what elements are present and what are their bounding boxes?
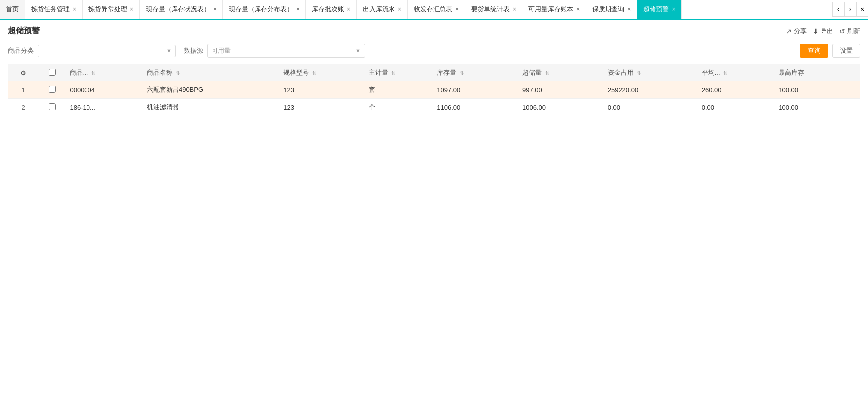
- sort-icon: ⇅: [460, 70, 464, 76]
- nav-task-mgmt[interactable]: 拣货任务管理 ×: [25, 0, 83, 19]
- table-row: 2 186-10... 机油滤清器 123 个 1106.00 1006.00 …: [8, 99, 860, 116]
- export-action[interactable]: ⬇ 导出: [813, 27, 833, 36]
- overstock-table: ⚙ 商品... ⇅ 商品名称 ⇅ 规格型号 ⇅ 主计量: [8, 64, 860, 116]
- close-icon[interactable]: ×: [398, 6, 401, 13]
- product-category-label: 商品分类: [8, 46, 34, 55]
- nav-summary[interactable]: 收发存汇总表 ×: [408, 0, 465, 19]
- nav-stock-dist[interactable]: 现存量（库存分布表） ×: [223, 0, 306, 19]
- th-settings[interactable]: ⚙: [8, 64, 39, 81]
- share-action[interactable]: ↗ 分享: [786, 27, 807, 36]
- close-icon[interactable]: ×: [672, 6, 675, 13]
- datasource-label: 数据源: [184, 46, 203, 55]
- settings-button[interactable]: 设置: [832, 44, 860, 58]
- table-header-row: ⚙ 商品... ⇅ 商品名称 ⇅ 规格型号 ⇅ 主计量: [8, 64, 860, 81]
- th-product-name[interactable]: 商品名称 ⇅: [143, 64, 279, 81]
- datasource-select[interactable]: 可用量 ▼: [207, 44, 365, 58]
- nav-quality[interactable]: 保质期查询 ×: [586, 0, 637, 19]
- chevron-down-icon: ▼: [166, 48, 172, 54]
- spec: 123: [279, 81, 365, 99]
- close-icon[interactable]: ×: [347, 6, 350, 13]
- row-checkbox-cell: [39, 81, 66, 99]
- nav-inout-flow[interactable]: 出入库流水 ×: [357, 0, 408, 19]
- nav-requisition[interactable]: 要货单统计表 ×: [465, 0, 522, 19]
- refresh-action[interactable]: ↺ 刷新: [839, 27, 860, 36]
- nav-arrows: ‹ › ×: [832, 2, 868, 17]
- close-icon[interactable]: ×: [576, 6, 580, 13]
- product-name: 六配套新昌490BPG: [143, 81, 279, 99]
- sort-icon: ⇅: [91, 70, 95, 76]
- max-stock: 100.00: [775, 99, 860, 116]
- sort-icon: ⇅: [723, 70, 727, 76]
- product-category-filter: 商品分类 ▼: [8, 45, 176, 57]
- max-stock: 100.00: [775, 81, 860, 99]
- th-capital[interactable]: 资金占用 ⇅: [604, 64, 698, 81]
- nav-prev-button[interactable]: ‹: [832, 2, 844, 17]
- header-actions: ↗ 分享 ⬇ 导出 ↺ 刷新: [786, 27, 860, 36]
- th-spec[interactable]: 规格型号 ⇅: [279, 64, 365, 81]
- datasource-filter: 数据源 可用量 ▼: [184, 44, 365, 58]
- unit: 套: [365, 81, 433, 99]
- th-product-code[interactable]: 商品... ⇅: [66, 64, 142, 81]
- close-icon[interactable]: ×: [130, 6, 133, 13]
- select-all-checkbox[interactable]: [49, 69, 56, 76]
- share-icon: ↗: [786, 27, 792, 35]
- datasource-value: 可用量: [212, 46, 355, 55]
- close-icon[interactable]: ×: [627, 6, 631, 13]
- nav-available[interactable]: 可用量库存账本 ×: [522, 0, 586, 19]
- stock: 1097.00: [433, 81, 519, 99]
- row-number: 1: [8, 81, 39, 99]
- nav-next-button[interactable]: ›: [844, 2, 856, 17]
- close-icon[interactable]: ×: [455, 6, 459, 13]
- nav-batch[interactable]: 库存批次账 ×: [306, 0, 357, 19]
- sort-icon: ⇅: [312, 70, 316, 76]
- th-max-stock[interactable]: 最高库存: [775, 64, 860, 81]
- table-row: 1 0000004 六配套新昌490BPG 123 套 1097.00 997.…: [8, 81, 860, 99]
- filter-bar: 商品分类 ▼ 数据源 可用量 ▼ 查询 设置: [0, 40, 868, 62]
- refresh-icon: ↺: [839, 27, 845, 35]
- nav-more-button[interactable]: ×: [856, 2, 868, 17]
- close-icon[interactable]: ×: [213, 6, 217, 13]
- close-icon[interactable]: ×: [73, 6, 76, 13]
- th-unit[interactable]: 主计量 ⇅: [365, 64, 433, 81]
- th-stock[interactable]: 库存量 ⇅: [433, 64, 519, 81]
- close-icon[interactable]: ×: [513, 6, 516, 13]
- nav-home[interactable]: 首页: [0, 0, 25, 19]
- sort-icon: ⇅: [391, 70, 395, 76]
- top-nav: 首页 拣货任务管理 × 拣货异常处理 × 现存量（库存状况表） × 现存量（库存…: [0, 0, 868, 20]
- row-checkbox[interactable]: [49, 103, 56, 110]
- table-container: ⚙ 商品... ⇅ 商品名称 ⇅ 规格型号 ⇅ 主计量: [0, 64, 868, 116]
- nav-stock-status[interactable]: 现存量（库存状况表） ×: [140, 0, 223, 19]
- overstock: 997.00: [519, 81, 604, 99]
- th-checkbox: [39, 64, 66, 81]
- export-icon: ⬇: [813, 27, 819, 35]
- product-code: 0000004: [66, 81, 142, 99]
- unit: 个: [365, 99, 433, 116]
- th-overstock[interactable]: 超储量 ⇅: [519, 64, 604, 81]
- avg: 0.00: [698, 99, 775, 116]
- product-code: 186-10...: [66, 99, 142, 116]
- capital: 0.00: [604, 99, 698, 116]
- product-name: 机油滤清器: [143, 99, 279, 116]
- close-icon[interactable]: ×: [296, 6, 300, 13]
- page-header: 超储预警 ↗ 分享 ⬇ 导出 ↺ 刷新: [0, 20, 868, 40]
- th-avg[interactable]: 平均... ⇅: [698, 64, 775, 81]
- row-checkbox-cell: [39, 99, 66, 116]
- stock: 1106.00: [433, 99, 519, 116]
- avg: 260.00: [698, 81, 775, 99]
- product-category-select[interactable]: ▼: [38, 45, 176, 57]
- chevron-down-icon: ▼: [355, 48, 361, 54]
- nav-overstock[interactable]: 超储预警 ×: [637, 0, 682, 19]
- sort-icon: ⇅: [176, 70, 180, 76]
- spec: 123: [279, 99, 365, 116]
- nav-abnormal[interactable]: 拣货异常处理 ×: [83, 0, 140, 19]
- sort-icon: ⇅: [545, 70, 549, 76]
- capital: 259220.00: [604, 81, 698, 99]
- overstock: 1006.00: [519, 99, 604, 116]
- query-button[interactable]: 查询: [800, 44, 828, 58]
- filter-buttons: 查询 设置: [800, 44, 860, 58]
- page-title: 超储预警: [8, 26, 40, 36]
- row-checkbox[interactable]: [49, 86, 56, 93]
- gear-icon: ⚙: [20, 69, 26, 77]
- row-number: 2: [8, 99, 39, 116]
- sort-icon: ⇅: [637, 70, 641, 76]
